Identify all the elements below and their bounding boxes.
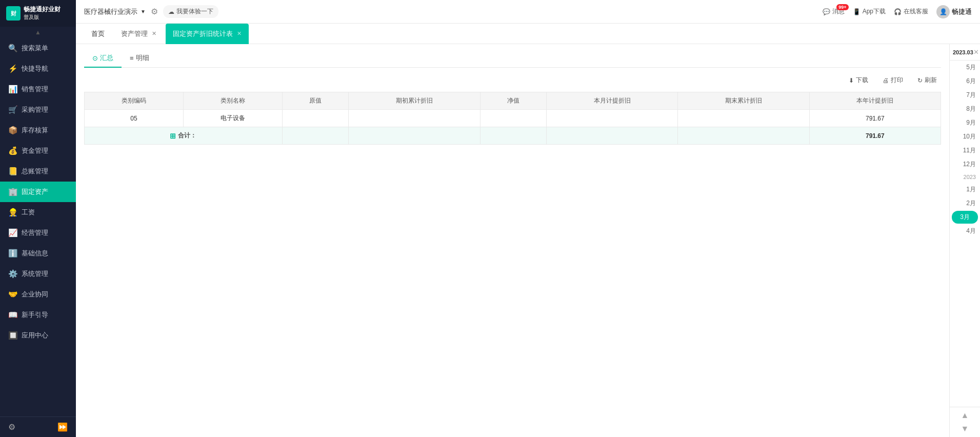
- chevron-down-icon: ▼: [141, 9, 146, 14]
- logo-icon: 财: [6, 6, 21, 21]
- sidebar-label-quicknav: 快捷导航: [22, 64, 48, 73]
- tab-label-asset_mgmt: 资产管理: [121, 29, 148, 38]
- message-btn[interactable]: 💬 消息 99+: [823, 7, 845, 16]
- settings-icon[interactable]: ⚙: [8, 422, 15, 432]
- sidebar-item-fixedasset[interactable]: 🏢 固定资产: [0, 182, 76, 202]
- expand-icon: ⊞: [170, 132, 176, 140]
- refresh-btn[interactable]: ↻ 刷新: [913, 74, 941, 87]
- download-btn[interactable]: ⬇ 下载: [845, 74, 872, 87]
- experience-btn[interactable]: ☁ 我要体验一下: [163, 5, 218, 18]
- sidebar-item-guide[interactable]: 📖 新手引导: [0, 305, 76, 325]
- rp-month-item[interactable]: 10月: [950, 130, 980, 144]
- tab-close-asset_mgmt[interactable]: ✕: [152, 30, 156, 37]
- rp-scroll[interactable]: 5月6月7月8月9月10月11月12月20231月2月3月4月: [950, 61, 980, 407]
- sidebar-icon-fixedasset: 🏢: [8, 187, 17, 196]
- rp-month-item[interactable]: 5月: [950, 61, 980, 74]
- rp-close-icon[interactable]: ✕: [973, 48, 979, 56]
- content-main: ⊙ 汇总 ≡ 明细 ⬇ 下载 🖨 打印 ↻ 刷新: [76, 44, 949, 437]
- sidebar-item-search[interactable]: 🔍 搜索菜单: [0, 38, 76, 58]
- username: 畅捷通: [952, 7, 972, 16]
- rp-month-item[interactable]: 12月: [950, 157, 980, 171]
- sidebar-item-salary[interactable]: 👷 工资: [0, 202, 76, 223]
- rp-footer: ▲ ▼: [950, 407, 980, 437]
- tab-label-depreciation: 固定资产折旧统计表: [173, 29, 233, 38]
- col-header: 类别编码: [85, 92, 184, 110]
- sidebar-label-sales: 销售管理: [22, 85, 48, 94]
- service-icon: 🎧: [894, 8, 902, 15]
- sidebar-label-appcenter: 应用中心: [22, 331, 48, 340]
- sidebar-item-purchase[interactable]: 🛒 采购管理: [0, 100, 76, 120]
- sidebar-item-quicknav[interactable]: ⚡ 快捷导航: [0, 58, 76, 79]
- sidebar-item-appcenter[interactable]: 🔲 应用中心: [0, 325, 76, 346]
- rp-month-item[interactable]: 4月: [950, 224, 980, 238]
- subtab-label-summary: 汇总: [100, 53, 113, 63]
- app-download-btn[interactable]: 📱 App下载: [853, 7, 886, 16]
- sidebar-item-baseinfo[interactable]: ℹ️ 基础信息: [0, 243, 76, 264]
- rp-month-item[interactable]: 1月: [950, 183, 980, 196]
- user-menu[interactable]: 👤 畅捷通: [936, 5, 972, 18]
- tab-depreciation[interactable]: 固定资产折旧统计表✕: [166, 24, 249, 44]
- tab-asset_mgmt[interactable]: 资产管理✕: [114, 24, 164, 44]
- rp-header: 2023.03 ✕ ⤢: [950, 44, 980, 61]
- company-name: 医疗器械行业演示: [84, 7, 137, 16]
- sidebar-item-system[interactable]: ⚙️ 系统管理: [0, 264, 76, 284]
- sidebar-label-capital: 资金管理: [22, 146, 48, 155]
- sidebar-label-ledger: 总账管理: [22, 167, 48, 176]
- sidebar-item-stock[interactable]: 📦 库存核算: [0, 120, 76, 141]
- col-header: 本月计提折旧: [547, 92, 678, 110]
- sidebar-label-operation: 经营管理: [22, 228, 48, 237]
- sidebar-icon-salary: 👷: [8, 208, 17, 217]
- settings-gear-icon[interactable]: ⚙: [151, 7, 158, 16]
- download-icon: 📱: [853, 8, 861, 15]
- experience-label: 我要体验一下: [176, 7, 213, 16]
- refresh-label: 刷新: [925, 76, 937, 85]
- print-btn[interactable]: 🖨 打印: [878, 74, 907, 87]
- sidebar-scroll: 🔍 搜索菜单 ⚡ 快捷导航 📊 销售管理 🛒 采购管理 📦 库存核算 💰 资金管…: [0, 38, 76, 416]
- rp-down-icon[interactable]: ▼: [952, 423, 978, 435]
- sidebar-icon-search: 🔍: [8, 44, 17, 53]
- rp-month-item[interactable]: 2月: [950, 196, 980, 210]
- sidebar-icon-capital: 💰: [8, 146, 17, 155]
- sidebar-item-operation[interactable]: 📈 经营管理: [0, 223, 76, 243]
- col-header: 原值: [282, 92, 348, 110]
- rp-month-item[interactable]: 9月: [950, 116, 980, 130]
- sidebar-item-sales[interactable]: 📊 销售管理: [0, 79, 76, 100]
- sidebar-icon-quicknav: ⚡: [8, 64, 17, 73]
- sidebar-icon-ledger: 📒: [8, 167, 17, 176]
- rp-month-item[interactable]: 6月: [950, 74, 980, 88]
- rp-month-item[interactable]: 7月: [950, 88, 980, 102]
- app-download-label: App下载: [863, 7, 886, 16]
- tabbar: 首页资产管理✕固定资产折旧统计表✕: [76, 24, 980, 44]
- sidebar-item-capital[interactable]: 💰 资金管理: [0, 141, 76, 161]
- sidebar-icon-baseinfo: ℹ️: [8, 249, 17, 258]
- sidebar-item-ledger[interactable]: 📒 总账管理: [0, 161, 76, 182]
- sidebar-icon-system: ⚙️: [8, 269, 17, 279]
- cloud-icon: ☁: [168, 8, 174, 15]
- company-selector[interactable]: 医疗器械行业演示 ▼: [84, 7, 146, 16]
- right-panel: 2023.03 ✕ ⤢ 5月6月7月8月9月10月11月12月20231月2月3…: [949, 44, 980, 437]
- col-header: 期初累计折旧: [349, 92, 480, 110]
- logo-main-text: 畅捷通好业财: [24, 6, 61, 14]
- sidebar-item-cooperation[interactable]: 🤝 企业协同: [0, 284, 76, 305]
- rp-month-item[interactable]: 11月: [950, 144, 980, 157]
- sidebar-icon-sales: 📊: [8, 85, 17, 94]
- sidebar-icon-guide: 📖: [8, 310, 17, 320]
- main-area: 医疗器械行业演示 ▼ ⚙ ☁ 我要体验一下 💬 消息 99+ 📱 App下载 🎧…: [76, 0, 980, 437]
- download-label: 下载: [856, 76, 868, 85]
- tab-label-home: 首页: [91, 29, 105, 38]
- rp-month-item[interactable]: 3月: [952, 211, 978, 224]
- tab-home[interactable]: 首页: [84, 24, 112, 44]
- subtab-detail[interactable]: ≡ 明细: [122, 49, 157, 68]
- tab-close-depreciation[interactable]: ✕: [237, 30, 242, 37]
- subtab-icon-summary: ⊙: [92, 54, 98, 62]
- rp-up-icon[interactable]: ▲: [952, 409, 978, 422]
- collapse-icon[interactable]: ⏩: [57, 422, 68, 432]
- message-icon: 💬: [823, 8, 830, 15]
- refresh-icon: ↻: [917, 77, 923, 84]
- subtab-icon-detail: ≡: [130, 54, 134, 62]
- subtab-summary[interactable]: ⊙ 汇总: [84, 49, 122, 68]
- subtab-label-detail: 明细: [136, 53, 149, 63]
- rp-month-item[interactable]: 8月: [950, 102, 980, 116]
- sidebar-label-guide: 新手引导: [22, 310, 48, 320]
- online-service-btn[interactable]: 🎧 在线客服: [894, 7, 928, 16]
